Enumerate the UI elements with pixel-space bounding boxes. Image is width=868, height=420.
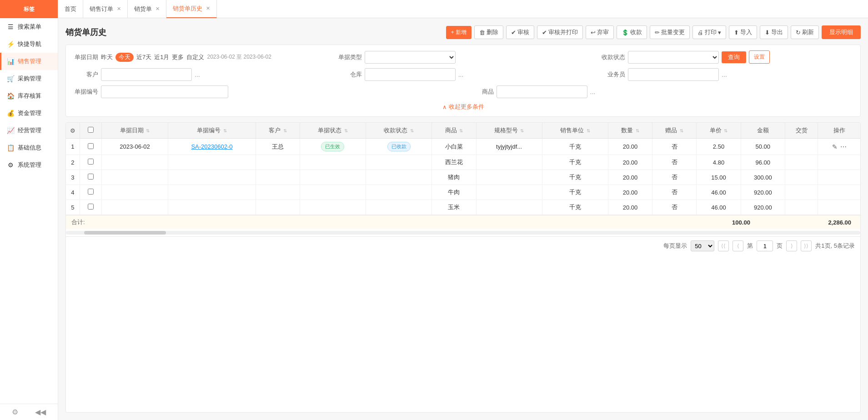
edit-icon[interactable]: ✎ bbox=[832, 143, 838, 150]
sidebar-item-finance[interactable]: 💰 资金管理 bbox=[0, 105, 58, 122]
sidebar-item-sales[interactable]: 📊 销售管理 bbox=[0, 53, 58, 70]
delete-button[interactable]: 🗑 删除 bbox=[474, 25, 503, 39]
cell-action[interactable] bbox=[818, 185, 860, 200]
docnum-input[interactable] bbox=[101, 85, 228, 98]
tab-sales-delivery-close[interactable]: ✕ bbox=[156, 6, 160, 12]
first-page-button[interactable]: ⟨⟨ bbox=[718, 240, 729, 251]
cell-doc-num[interactable] bbox=[168, 170, 256, 185]
review-button[interactable]: ✔ 审核 bbox=[506, 25, 534, 39]
cell-doc-num[interactable] bbox=[168, 155, 256, 170]
tab-sales-history-close[interactable]: ✕ bbox=[206, 5, 210, 11]
tab-sales-delivery[interactable]: 销货单 ✕ bbox=[128, 0, 166, 18]
col-gear[interactable]: ⚙ bbox=[66, 123, 80, 139]
shortcut-yesterday[interactable]: 昨天 bbox=[101, 53, 113, 61]
cell-action[interactable] bbox=[818, 155, 860, 170]
sidebar-settings-icon[interactable]: ⚙ bbox=[12, 408, 18, 416]
cell-doc-num[interactable]: SA-20230602-0 bbox=[168, 139, 256, 155]
row-checkbox[interactable] bbox=[88, 174, 94, 180]
refresh-button[interactable]: ↻ 刷新 bbox=[791, 25, 819, 39]
row-checkbox[interactable] bbox=[88, 143, 94, 149]
tab-sales-order-close[interactable]: ✕ bbox=[117, 6, 121, 12]
product-input[interactable] bbox=[497, 85, 587, 98]
review-print-button[interactable]: ✔ 审核并打印 bbox=[537, 25, 583, 39]
new-button[interactable]: + 新增 bbox=[446, 26, 472, 39]
next-page-button[interactable]: ⟩ bbox=[786, 240, 797, 251]
shortcut-custom[interactable]: 自定义 bbox=[186, 53, 204, 61]
sidebar-item-inventory[interactable]: 🏠 库存核算 bbox=[0, 87, 58, 105]
abandon-icon: ↩ bbox=[591, 29, 596, 36]
cell-price: 46.00 bbox=[697, 185, 741, 200]
cell-doc-num[interactable] bbox=[168, 185, 256, 200]
collect-button[interactable]: 💲 收款 bbox=[617, 25, 647, 39]
query-button[interactable]: 查询 bbox=[722, 51, 746, 63]
customer-ellipsis[interactable]: ... bbox=[195, 71, 200, 78]
cell-unit: 千克 bbox=[542, 170, 608, 185]
col-collect-status[interactable]: 收款状态 ⇅ bbox=[366, 123, 432, 139]
import-button[interactable]: ⬆ 导入 bbox=[729, 25, 757, 39]
shortcut-1month[interactable]: 近1月 bbox=[154, 53, 169, 61]
sidebar-item-search-menu[interactable]: ☰ 搜索菜单 bbox=[0, 18, 58, 35]
doc-num-link[interactable]: SA-20230602-0 bbox=[191, 143, 232, 150]
customer-input[interactable] bbox=[101, 68, 192, 81]
cell-action[interactable] bbox=[818, 170, 860, 185]
salesperson-ellipsis[interactable]: ... bbox=[722, 71, 727, 78]
sidebar-item-quick-nav[interactable]: ⚡ 快捷导航 bbox=[0, 35, 58, 53]
col-spec[interactable]: 规格型号 ⇅ bbox=[476, 123, 542, 139]
cell-checkbox[interactable] bbox=[80, 185, 101, 200]
select-all-checkbox[interactable] bbox=[88, 127, 94, 133]
warehouse-input[interactable] bbox=[365, 68, 456, 81]
col-doc-status[interactable]: 单据状态 ⇅ bbox=[300, 123, 366, 139]
col-qty[interactable]: 数量 ⇅ bbox=[608, 123, 652, 139]
filter-settings-button[interactable]: 设置 bbox=[749, 50, 770, 64]
export-button[interactable]: ⬇ 导出 bbox=[760, 25, 788, 39]
page-size-select[interactable]: 50 100 200 bbox=[691, 240, 714, 251]
cell-action[interactable]: ✎⋯ bbox=[818, 139, 860, 155]
collapse-button[interactable]: ∧ 收起更多条件 bbox=[73, 103, 853, 111]
cell-action[interactable] bbox=[818, 200, 860, 215]
tab-home[interactable]: 首页 bbox=[58, 0, 83, 18]
shortcut-today[interactable]: 今天 bbox=[115, 53, 134, 62]
tab-sales-order[interactable]: 销售订单 ✕ bbox=[83, 0, 128, 18]
col-price[interactable]: 单价 ⇅ bbox=[697, 123, 741, 139]
row-checkbox[interactable] bbox=[88, 189, 94, 195]
more-icon[interactable]: ⋯ bbox=[840, 143, 847, 150]
abandon-button[interactable]: ↩ 弃审 bbox=[586, 25, 614, 39]
batch-change-button[interactable]: ✏ 批量变更 bbox=[650, 25, 690, 39]
row-checkbox[interactable] bbox=[88, 204, 94, 210]
cell-checkbox[interactable] bbox=[80, 139, 101, 155]
status-badge-received: 已收款 bbox=[387, 142, 411, 151]
col-product[interactable]: 商品 ⇅ bbox=[432, 123, 476, 139]
page-number-input[interactable] bbox=[757, 240, 773, 251]
salesperson-input[interactable] bbox=[628, 68, 719, 81]
horizontal-scrollbar[interactable] bbox=[66, 231, 860, 235]
sidebar-item-purchase[interactable]: 🛒 采购管理 bbox=[0, 70, 58, 87]
show-detail-button[interactable]: 显示明细 bbox=[822, 25, 861, 39]
sidebar-collapse-icon[interactable]: ◀◀ bbox=[35, 408, 46, 416]
sidebar-item-baseinfo[interactable]: 📋 基础信息 bbox=[0, 139, 58, 156]
last-page-button[interactable]: ⟩⟩ bbox=[801, 240, 812, 251]
cell-checkbox[interactable] bbox=[80, 170, 101, 185]
col-checkbox[interactable] bbox=[80, 123, 101, 139]
cell-checkbox[interactable] bbox=[80, 155, 101, 170]
warehouse-ellipsis[interactable]: ... bbox=[458, 71, 464, 78]
sidebar-item-operations[interactable]: 📈 经营管理 bbox=[0, 122, 58, 139]
shortcut-7days[interactable]: 近7天 bbox=[136, 53, 151, 61]
tab-sales-history[interactable]: 销货单历史 ✕ bbox=[166, 0, 217, 18]
col-gift[interactable]: 赠品 ⇅ bbox=[652, 123, 697, 139]
scrollbar-thumb[interactable] bbox=[84, 231, 166, 235]
print-button[interactable]: 🖨 打印 ▾ bbox=[692, 25, 726, 39]
cell-checkbox[interactable] bbox=[80, 200, 101, 215]
product-ellipsis[interactable]: ... bbox=[590, 88, 596, 95]
cell-gift: 否 bbox=[652, 139, 697, 155]
cell-doc-num[interactable] bbox=[168, 200, 256, 215]
col-unit[interactable]: 销售单位 ⇅ bbox=[542, 123, 608, 139]
col-doc-date[interactable]: 单据日期 ⇅ bbox=[101, 123, 168, 139]
sidebar-item-sysmgmt[interactable]: ⚙ 系统管理 bbox=[0, 156, 58, 174]
prev-page-button[interactable]: ⟨ bbox=[733, 240, 743, 251]
shortcut-more[interactable]: 更多 bbox=[172, 53, 184, 61]
col-customer[interactable]: 客户 ⇅ bbox=[256, 123, 300, 139]
col-doc-num[interactable]: 单据编号 ⇅ bbox=[168, 123, 256, 139]
collectstatus-select[interactable] bbox=[628, 51, 719, 64]
doctype-select[interactable] bbox=[365, 51, 456, 64]
row-checkbox[interactable] bbox=[88, 159, 94, 165]
